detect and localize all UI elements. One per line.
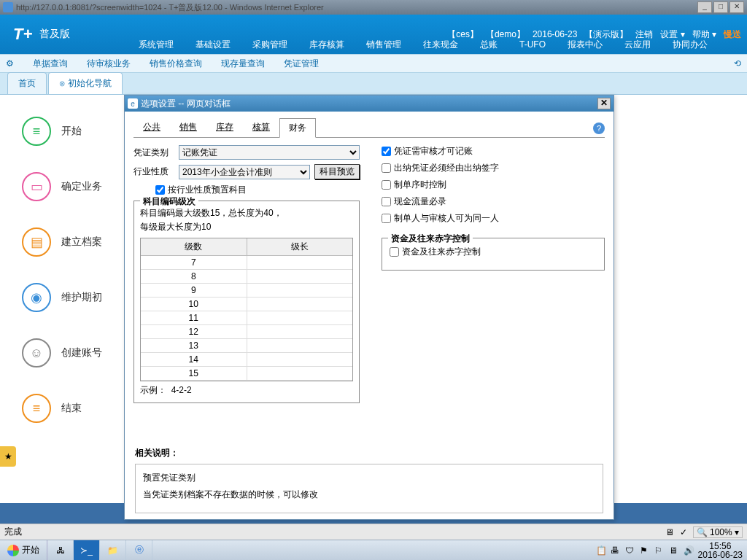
- close-button[interactable]: ✕: [729, 1, 744, 13]
- red-legend: 资金及往来赤字控制: [388, 233, 473, 245]
- wiz-define[interactable]: ▭确定业务: [22, 172, 124, 201]
- dlgtab-inventory[interactable]: 库存: [206, 117, 243, 137]
- tray-net-icon[interactable]: 🖥: [669, 545, 679, 556]
- security-icon: 🖥: [665, 527, 674, 537]
- dlgtab-sales[interactable]: 销售: [170, 117, 206, 137]
- col-level: 级数: [141, 238, 247, 255]
- tabstrip: 首页 ⊗ 初始化导航: [0, 73, 747, 95]
- maximize-button[interactable]: □: [713, 1, 728, 13]
- wiz-build[interactable]: ▤建立档案: [22, 228, 124, 257]
- tray-icon[interactable]: 📋: [596, 545, 606, 556]
- grid-body[interactable]: 7 8 9 10 11 12 13 14 15: [141, 256, 352, 381]
- nav-stock[interactable]: 库存核算: [309, 37, 344, 52]
- dialog-icon: e: [128, 98, 138, 109]
- taskbar-clock[interactable]: 15:56 2016-06-23: [698, 542, 743, 559]
- tb-ie-icon[interactable]: ⓔ: [126, 540, 152, 560]
- nav-collab[interactable]: 协同办公: [673, 37, 708, 52]
- app-edition: 普及版: [39, 28, 70, 41]
- sidebar-flag-icon[interactable]: ★: [0, 446, 16, 467]
- dlgtab-finance[interactable]: 财务: [279, 118, 316, 138]
- chk-red-label: 资金及往来赤字控制: [402, 246, 481, 258]
- app-logo: T+: [0, 25, 39, 44]
- tb-powershell-icon[interactable]: ≻_: [74, 540, 100, 560]
- badge: 慢送: [724, 28, 741, 41]
- options-dialog: e 选项设置 -- 网页对话框 ✕ 公共 销售 库存 核算 财务 ? 凭证类别 …: [124, 95, 614, 520]
- table-row: 15: [141, 367, 352, 381]
- tray-flag-icon[interactable]: ⚐: [654, 545, 665, 556]
- code-grid: 级数 级长 7 8 9 10 11 12 13 14: [140, 238, 353, 381]
- table-row: 11: [141, 311, 352, 325]
- reset-icon[interactable]: ⟲: [734, 58, 741, 69]
- tray-icon[interactable]: ⚑: [640, 545, 650, 556]
- tb-explorer-icon[interactable]: 📁: [100, 540, 126, 560]
- chk-audit-label: 凭证需审核才可记账: [394, 145, 473, 158]
- chk-cashier[interactable]: [382, 163, 391, 173]
- wiz-end[interactable]: ≡结束: [22, 394, 124, 423]
- code-desc2: 每级最大长度为10: [140, 221, 353, 233]
- chk-audit[interactable]: [382, 147, 391, 156]
- sec-price[interactable]: 销售价格查询: [150, 58, 202, 70]
- voucher-type-label: 凭证类别: [133, 147, 174, 159]
- chk-cash[interactable]: [382, 197, 391, 206]
- secondary-bar: ⚙ 单据查询 待审核业务 销售价格查询 现存量查询 凭证管理 ⟲: [0, 54, 747, 73]
- chk-cashier-label: 出纳凭证必须经由出纳签字: [394, 162, 499, 174]
- industry-label: 行业性质: [133, 166, 174, 178]
- preview-button[interactable]: 科目预览: [314, 164, 360, 179]
- tb-server-icon[interactable]: 🖧: [47, 540, 74, 560]
- wiz-start[interactable]: ≡开始: [22, 117, 124, 146]
- nav-report[interactable]: 报表中心: [568, 37, 603, 52]
- dlgtab-accounting[interactable]: 核算: [243, 117, 279, 137]
- tray-icon[interactable]: 🛡: [625, 545, 635, 556]
- start-button[interactable]: 开始: [0, 540, 47, 560]
- minimize-button[interactable]: _: [697, 1, 712, 13]
- wizard-steps: ≡开始 ▭确定业务 ▤建立档案 ◉维护期初 ☺创建账号 ≡结束: [0, 95, 124, 503]
- dlgtab-public[interactable]: 公共: [133, 117, 170, 137]
- tab-close-icon[interactable]: ⊗: [59, 79, 65, 88]
- nav-sales[interactable]: 销售管理: [366, 37, 401, 52]
- tab-home[interactable]: 首页: [7, 72, 47, 94]
- wiz-maintain[interactable]: ◉维护期初: [22, 283, 124, 312]
- dialog-tabs: 公共 销售 库存 核算 财务 ?: [133, 117, 605, 138]
- chk-cash-label: 现金流量必录: [394, 195, 446, 208]
- chk-order[interactable]: [382, 180, 391, 190]
- dialog-titlebar[interactable]: e 选项设置 -- 网页对话框 ✕: [125, 96, 614, 112]
- nav-system[interactable]: 系统管理: [139, 37, 174, 52]
- table-row: 12: [141, 325, 352, 339]
- tray-icon[interactable]: 🖶: [611, 545, 621, 556]
- nav-ledger[interactable]: 总账: [480, 37, 498, 52]
- help-icon[interactable]: ?: [593, 122, 605, 134]
- wiz-account[interactable]: ☺创建账号: [22, 338, 124, 368]
- chk-same[interactable]: [382, 214, 391, 223]
- gear-icon[interactable]: ⚙: [6, 58, 14, 69]
- table-row: 8: [141, 270, 352, 284]
- nav-base[interactable]: 基础设置: [196, 37, 231, 52]
- table-row: 13: [141, 339, 352, 353]
- col-len: 级长: [247, 238, 353, 255]
- browser-title: http://127.0.0.1:8081/?screenwidth=1024 …: [16, 2, 697, 13]
- table-row: 10: [141, 298, 352, 311]
- tab-wizard[interactable]: ⊗ 初始化导航: [48, 72, 123, 94]
- table-row: 7: [141, 256, 352, 270]
- nav-cloud[interactable]: 云应用: [624, 37, 651, 52]
- code-legend: 科目编码级次: [140, 195, 198, 208]
- status-done: 完成: [4, 526, 22, 538]
- windows-icon: [7, 545, 19, 556]
- sec-query[interactable]: 单据查询: [33, 58, 68, 70]
- sec-voucher[interactable]: 凭证管理: [284, 58, 319, 70]
- chk-red[interactable]: [390, 247, 399, 257]
- sec-pending[interactable]: 待审核业务: [87, 58, 131, 70]
- nav-tufo[interactable]: T-UFO: [519, 38, 546, 51]
- voucher-type-select[interactable]: 记账凭证: [179, 145, 360, 160]
- sec-stock[interactable]: 现存量查询: [221, 58, 265, 70]
- statusbar: 完成 🖥 ✓ 🔍 100% ▾: [0, 524, 747, 540]
- nav-purchase[interactable]: 采购管理: [252, 37, 287, 52]
- tray-sound-icon[interactable]: 🔊: [684, 545, 694, 556]
- zoom-level[interactable]: 🔍 100% ▾: [693, 526, 743, 538]
- table-row: 9: [141, 284, 352, 298]
- nav-cash[interactable]: 往来现金: [423, 37, 458, 52]
- chk-industry-preset[interactable]: [155, 185, 165, 195]
- chk-order-label: 制单序时控制: [394, 179, 446, 191]
- industry-select[interactable]: 2013年小企业会计准则: [179, 165, 310, 179]
- dialog-close-button[interactable]: ✕: [597, 98, 611, 109]
- desc-box: 预置凭证类别 当凭证类别档案不存在数据的时候，可以修改: [135, 464, 603, 513]
